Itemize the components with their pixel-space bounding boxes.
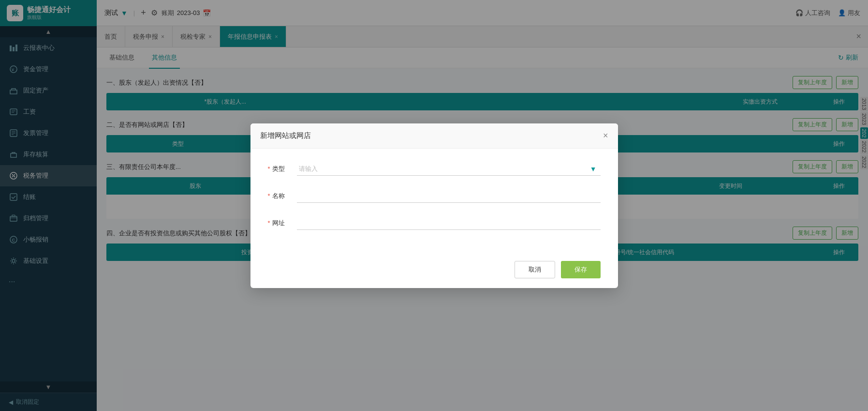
url-input-wrap — [297, 216, 601, 230]
type-input[interactable] — [297, 162, 601, 176]
dialog-close-btn[interactable]: × — [603, 131, 608, 140]
save-btn[interactable]: 保存 — [561, 261, 601, 278]
url-label: * 网址 — [268, 219, 297, 228]
type-label: * 类型 — [268, 165, 297, 173]
type-input-wrap: ▼ — [297, 162, 601, 176]
name-input[interactable] — [297, 189, 601, 203]
form-row-url: * 网址 — [268, 216, 601, 230]
name-label: * 名称 — [268, 192, 297, 200]
type-required: * — [268, 165, 270, 172]
add-website-dialog: 新增网站或网店 × * 类型 ▼ * 名称 — [250, 123, 618, 288]
url-input[interactable] — [297, 216, 601, 230]
cancel-btn[interactable]: 取消 — [515, 261, 555, 278]
url-required: * — [268, 219, 270, 227]
dialog-footer: 取消 保存 — [250, 253, 618, 288]
dialog-title: 新增网站或网店 — [260, 131, 311, 140]
dialog-body: * 类型 ▼ * 名称 * — [250, 149, 618, 253]
name-input-wrap — [297, 189, 601, 203]
name-required: * — [268, 192, 270, 199]
dialog-overlay: 新增网站或网店 × * 类型 ▼ * 名称 — [0, 0, 868, 411]
form-row-name: * 名称 — [268, 189, 601, 203]
form-row-type: * 类型 ▼ — [268, 162, 601, 176]
dialog-header: 新增网站或网店 × — [250, 123, 618, 149]
